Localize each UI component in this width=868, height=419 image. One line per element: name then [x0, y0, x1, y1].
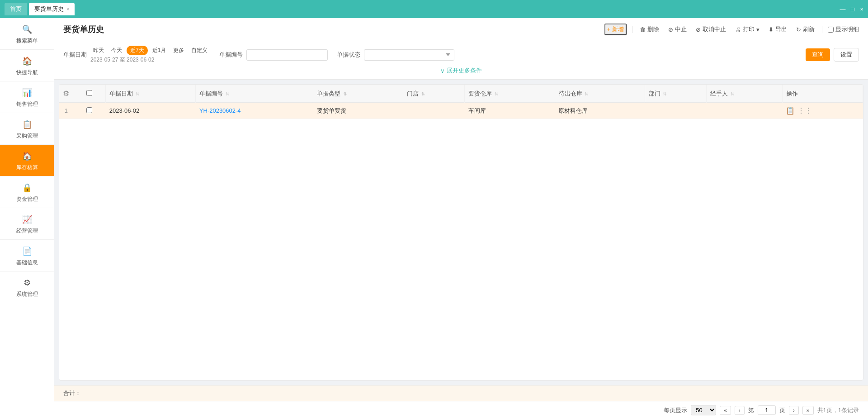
sidebar-item-operation[interactable]: 📈 经营管理	[0, 208, 54, 240]
action-icons: 📋 ⋮⋮	[786, 106, 859, 115]
row-doc-date: 2023-06-02	[106, 103, 196, 119]
print-label: 打印	[743, 25, 755, 33]
last-page-btn[interactable]: »	[802, 406, 814, 415]
col-settings[interactable]: ⚙	[59, 85, 73, 103]
page-num-input[interactable]	[758, 405, 776, 415]
col-checkbox[interactable]	[73, 85, 106, 103]
table-container: ⚙ 单据日期 ⇅ 单据编号 ⇅	[59, 84, 863, 381]
sidebar-item-search[interactable]: 🔍 搜索菜单	[0, 18, 54, 50]
sidebar-item-quick-nav[interactable]: 🏠 快捷导航	[0, 50, 54, 81]
maximize-icon[interactable]: □	[851, 6, 855, 13]
col-doc-no-label: 单据编号	[199, 90, 223, 97]
export-icon: ⬇	[769, 26, 774, 33]
sidebar-item-system-label: 系统管理	[16, 290, 38, 298]
date-btn-more[interactable]: 更多	[170, 46, 187, 55]
minimize-icon[interactable]: —	[840, 6, 846, 13]
stop-label: 中止	[675, 25, 687, 33]
settings-button[interactable]: 设置	[834, 48, 859, 62]
date-btn-7days[interactable]: 近7天	[127, 46, 148, 55]
top-bar: 首页 要货单历史 × — □ ×	[0, 0, 868, 18]
system-icon: ⚙	[24, 278, 31, 288]
print-button[interactable]: 🖨 打印 ▾	[733, 24, 761, 34]
search-icon: 🔍	[22, 24, 32, 34]
status-select[interactable]	[364, 49, 454, 61]
summary-label: 合计：	[63, 389, 81, 397]
per-page-select[interactable]: 20 50 100 200	[691, 405, 716, 415]
export-button[interactable]: ⬇ 导出	[767, 24, 789, 34]
divider-1	[632, 26, 632, 33]
cancel-stop-button[interactable]: ⊘ 取消中止	[694, 24, 728, 34]
col-store-label: 门店	[407, 90, 419, 97]
row-doc-no[interactable]: YH-20230602-4	[196, 103, 313, 119]
col-req-warehouse-label: 要货仓库	[468, 90, 492, 97]
row-checkbox-cell[interactable]	[73, 103, 106, 119]
date-btn-yesterday[interactable]: 昨天	[90, 46, 107, 55]
sidebar-item-purchase[interactable]: 📋 采购管理	[0, 113, 54, 145]
sidebar-item-system[interactable]: ⚙ 系统管理	[0, 271, 54, 303]
per-page-label: 每页显示	[664, 406, 687, 414]
row-edit-icon[interactable]: 📋	[786, 106, 795, 115]
first-page-btn[interactable]: «	[720, 406, 731, 415]
date-btn-1month[interactable]: 近1月	[150, 46, 169, 55]
sort-icon-store: ⇅	[421, 91, 425, 96]
sidebar: 🔍 搜索菜单 🏠 快捷导航 📊 销售管理 📋 采购管理 🏠 库存核算 🔒 资金管…	[0, 18, 54, 419]
doc-no-label: 单据编号	[219, 51, 243, 59]
col-doc-type: 单据类型 ⇅	[313, 85, 403, 103]
sidebar-item-inventory-label: 库存核算	[16, 164, 38, 171]
page-header: 要货单历史 + 新增 🗑 删除 ⊘ 中止 ⊘ 取消中止 🖨 打	[54, 18, 868, 41]
select-all-checkbox[interactable]	[86, 90, 92, 96]
sidebar-item-basic[interactable]: 📄 基础信息	[0, 240, 54, 271]
row-handler	[706, 103, 782, 119]
expand-more-label: 展开更多条件	[447, 67, 482, 75]
refresh-label: 刷新	[803, 25, 815, 33]
sidebar-item-finance[interactable]: 🔒 资金管理	[0, 176, 54, 208]
col-store: 门店 ⇅	[403, 85, 465, 103]
row-checkbox[interactable]	[86, 107, 92, 113]
col-action: 操作	[782, 85, 863, 103]
stop-button[interactable]: ⊘ 中止	[666, 24, 689, 34]
sort-icon-handler: ⇅	[731, 91, 734, 96]
settings-gear-icon[interactable]: ⚙	[63, 90, 69, 97]
footer-summary: 合计：	[54, 385, 868, 401]
print-icon: 🖨	[735, 26, 741, 33]
next-page-btn[interactable]: ›	[789, 406, 799, 415]
toolbar: + 新增 🗑 删除 ⊘ 中止 ⊘ 取消中止 🖨 打印 ▾	[604, 24, 859, 35]
filter-row: 单据日期 昨天 今天 近7天 近1月 更多 自定义 2023-05-27 至 2…	[63, 46, 859, 64]
date-btn-custom[interactable]: 自定义	[189, 46, 210, 55]
status-label: 单据状态	[337, 51, 360, 59]
add-button[interactable]: + 新增	[604, 24, 627, 35]
date-filter-group: 单据日期 昨天 今天 近7天 近1月 更多 自定义 2023-05-27 至 2…	[63, 46, 210, 64]
refresh-button[interactable]: ↻ 刷新	[794, 24, 816, 34]
date-btn-today[interactable]: 今天	[108, 46, 125, 55]
doc-no-input[interactable]	[246, 49, 328, 61]
sort-icon-doc-type: ⇅	[343, 91, 347, 96]
basic-icon: 📄	[22, 246, 32, 256]
tab-home-label: 首页	[10, 5, 22, 13]
sort-icon-doc-no: ⇅	[226, 91, 229, 96]
home-icon: 🏠	[22, 56, 32, 66]
show-detail-input[interactable]	[828, 27, 834, 33]
stop-icon: ⊘	[668, 26, 673, 33]
divider-2	[822, 26, 822, 33]
page-label: 第	[748, 406, 754, 414]
show-detail-checkbox[interactable]: 显示明细	[828, 25, 859, 33]
col-dept: 部门 ⇅	[645, 85, 706, 103]
close-window-icon[interactable]: ×	[860, 6, 863, 13]
query-button[interactable]: 查询	[806, 48, 830, 61]
page-title: 要货单历史	[63, 24, 104, 35]
sidebar-item-sales[interactable]: 📊 销售管理	[0, 81, 54, 113]
col-doc-date-label: 单据日期	[109, 90, 133, 97]
col-handler: 经手人 ⇅	[706, 85, 782, 103]
row-more-icon[interactable]: ⋮⋮	[797, 106, 812, 115]
sort-icon-dept: ⇅	[663, 91, 666, 96]
tab-active[interactable]: 要货单历史 ×	[29, 3, 75, 15]
delete-button[interactable]: 🗑 删除	[638, 24, 661, 34]
expand-more-btn[interactable]: ∨ 展开更多条件	[63, 67, 859, 75]
cancel-stop-label: 取消中止	[703, 25, 726, 33]
prev-page-btn[interactable]: ‹	[735, 406, 745, 415]
sidebar-item-inventory[interactable]: 🏠 库存核算	[0, 145, 54, 176]
refresh-icon: ↻	[796, 26, 801, 33]
tab-home[interactable]: 首页	[5, 3, 27, 15]
table-header-row: ⚙ 单据日期 ⇅ 单据编号 ⇅	[59, 85, 863, 103]
tab-close-icon[interactable]: ×	[66, 6, 69, 12]
